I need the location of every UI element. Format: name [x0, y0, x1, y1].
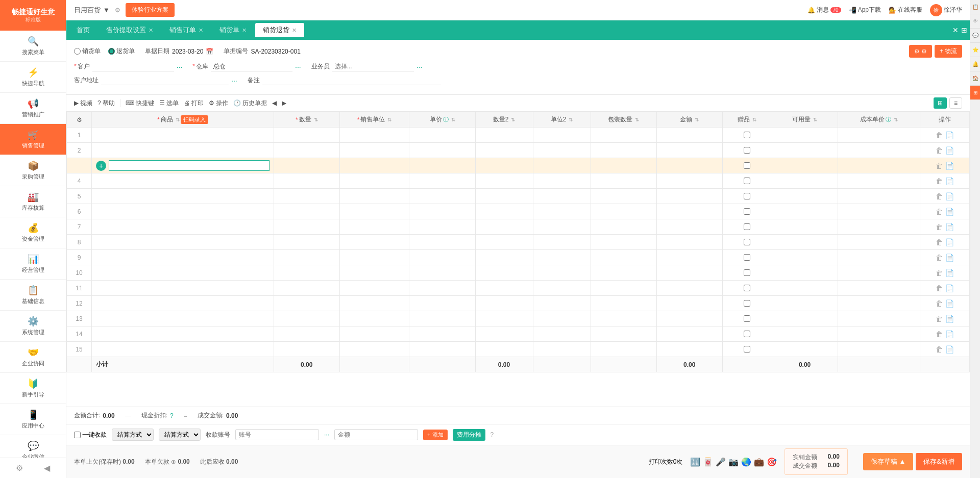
qty2-cell-9[interactable]	[475, 250, 533, 265]
maximize-btn[interactable]: ⊞	[961, 26, 967, 34]
sidebar-item-enterprise[interactable]: 🤝 企业协同	[0, 342, 66, 373]
qty-cell-7[interactable]	[274, 219, 339, 235]
qty-cell-1[interactable]	[274, 128, 339, 143]
product-input-new[interactable]	[109, 160, 270, 171]
qty-cell-5[interactable]	[274, 189, 339, 204]
delete-icon-5[interactable]: 🗑	[936, 192, 943, 200]
nav-next-btn[interactable]: ▶	[282, 99, 286, 107]
print-btn[interactable]: 🖨 打印	[184, 99, 204, 108]
unit2-cell-3[interactable]	[533, 158, 591, 173]
cost-price-cell-7[interactable]	[838, 219, 920, 235]
unit2-cell-8[interactable]	[533, 235, 591, 250]
sidebar-item-search[interactable]: 🔍 搜索菜单	[0, 31, 66, 62]
copy-icon-4[interactable]: 📄	[945, 177, 954, 185]
gift-cell-12[interactable]	[722, 296, 772, 311]
operation-btn[interactable]: ⚙ 操作	[209, 99, 228, 108]
gift-checkbox-13[interactable]	[744, 315, 750, 322]
gift-cell-4[interactable]	[722, 173, 772, 189]
amount-cell-6[interactable]	[656, 204, 722, 219]
calc-select[interactable]: 结算方式	[159, 429, 201, 441]
gift-checkbox-6[interactable]	[744, 208, 750, 215]
online-service-btn[interactable]: 💁 在线客服	[889, 6, 922, 14]
icon5[interactable]: 🌏	[741, 457, 751, 467]
gift-checkbox-12[interactable]	[744, 300, 750, 307]
available-cell-10[interactable]	[772, 265, 838, 281]
add-btn[interactable]: + 添加	[423, 430, 448, 440]
gift-cell-5[interactable]	[722, 189, 772, 204]
delete-icon-4[interactable]: 🗑	[936, 177, 943, 185]
product-cell-6[interactable]	[92, 204, 274, 219]
price-cell-12[interactable]	[409, 296, 475, 311]
cost-price-cell-8[interactable]	[838, 235, 920, 250]
unit-cell-5[interactable]	[339, 189, 409, 204]
tab-close-icon[interactable]: ✕	[149, 27, 153, 34]
sidebar-item-quick[interactable]: ⚡ 快捷导航	[0, 62, 66, 93]
product-cell-3[interactable]: +	[92, 158, 274, 173]
copy-icon-11[interactable]: 📄	[945, 284, 954, 292]
qty2-cell-14[interactable]	[475, 326, 533, 342]
dots-btn[interactable]: ···	[324, 431, 329, 438]
product-cell-14[interactable]	[92, 326, 274, 342]
gear-icon[interactable]: ⚙	[115, 7, 120, 14]
one-click-checkbox[interactable]	[74, 432, 81, 438]
product-cell-5[interactable]	[92, 189, 274, 204]
qty2-cell-11[interactable]	[475, 281, 533, 296]
unit-cell-10[interactable]	[339, 265, 409, 281]
amount-cell-9[interactable]	[656, 250, 722, 265]
sidebar-item-basic[interactable]: 📋 基础信息	[0, 280, 66, 311]
unit-cell-9[interactable]	[339, 250, 409, 265]
qty-cell-10[interactable]	[274, 265, 339, 281]
unit2-cell-2[interactable]	[533, 143, 591, 158]
list-view-btn[interactable]: ≡	[949, 97, 962, 109]
qty-cell-3[interactable]	[274, 158, 339, 173]
customer-input[interactable]	[92, 62, 174, 71]
amount-cell-3[interactable]	[656, 158, 722, 173]
right-panel-btn-6[interactable]: 🏠	[970, 71, 980, 86]
qty-cell-15[interactable]	[274, 342, 339, 357]
unit2-cell-13[interactable]	[533, 311, 591, 326]
icon3[interactable]: 🎤	[716, 457, 726, 467]
unit-cell-13[interactable]	[339, 311, 409, 326]
copy-icon-15[interactable]: 📄	[945, 345, 954, 354]
price-cell-4[interactable]	[409, 173, 475, 189]
available-cell-15[interactable]	[772, 342, 838, 357]
industry-select[interactable]: 日用百货 ▼	[74, 6, 110, 15]
price-cell-3[interactable]	[409, 158, 475, 173]
tab-sales-order[interactable]: 销售订单 ✕	[162, 23, 211, 37]
cost-price-cell-13[interactable]	[838, 311, 920, 326]
pack-qty-cell-1[interactable]	[591, 128, 656, 143]
cost-price-cell-2[interactable]	[838, 143, 920, 158]
message-btn[interactable]: 🔔 消息 70	[807, 6, 841, 14]
available-cell-8[interactable]	[772, 235, 838, 250]
sidebar-settings-btn[interactable]: ⚙	[16, 463, 23, 473]
gift-cell-10[interactable]	[722, 265, 772, 281]
amount-cell-8[interactable]	[656, 235, 722, 250]
qty-cell-13[interactable]	[274, 311, 339, 326]
product-cell-1[interactable]	[92, 128, 274, 143]
cost-price-cell-10[interactable]	[838, 265, 920, 281]
available-cell-13[interactable]	[772, 311, 838, 326]
sidebar-item-inventory[interactable]: 🏭 库存核算	[0, 186, 66, 217]
delete-icon-13[interactable]: 🗑	[936, 315, 943, 323]
amount-cell-1[interactable]	[656, 128, 722, 143]
amount-cell-13[interactable]	[656, 311, 722, 326]
gift-checkbox-7[interactable]	[744, 223, 750, 230]
price-cell-9[interactable]	[409, 250, 475, 265]
available-cell-3[interactable]	[772, 158, 838, 173]
available-cell-6[interactable]	[772, 204, 838, 219]
right-panel-btn-1[interactable]: 📋	[970, 0, 980, 14]
cost-price-cell-11[interactable]	[838, 281, 920, 296]
cost-price-cell-14[interactable]	[838, 326, 920, 342]
icon2[interactable]: 🀄	[703, 457, 713, 467]
gift-checkbox-8[interactable]	[744, 239, 750, 245]
available-cell-5[interactable]	[772, 189, 838, 204]
unit-cell-4[interactable]	[339, 173, 409, 189]
right-panel-btn-7[interactable]: ⊞	[970, 86, 980, 100]
video-btn[interactable]: ▶ 视频	[74, 99, 92, 108]
tab-home[interactable]: 首页	[69, 23, 97, 37]
gift-cell-7[interactable]	[722, 219, 772, 235]
copy-icon-6[interactable]: 📄	[945, 208, 954, 216]
unit2-cell-4[interactable]	[533, 173, 591, 189]
unit-cell-12[interactable]	[339, 296, 409, 311]
qty2-cell-10[interactable]	[475, 265, 533, 281]
